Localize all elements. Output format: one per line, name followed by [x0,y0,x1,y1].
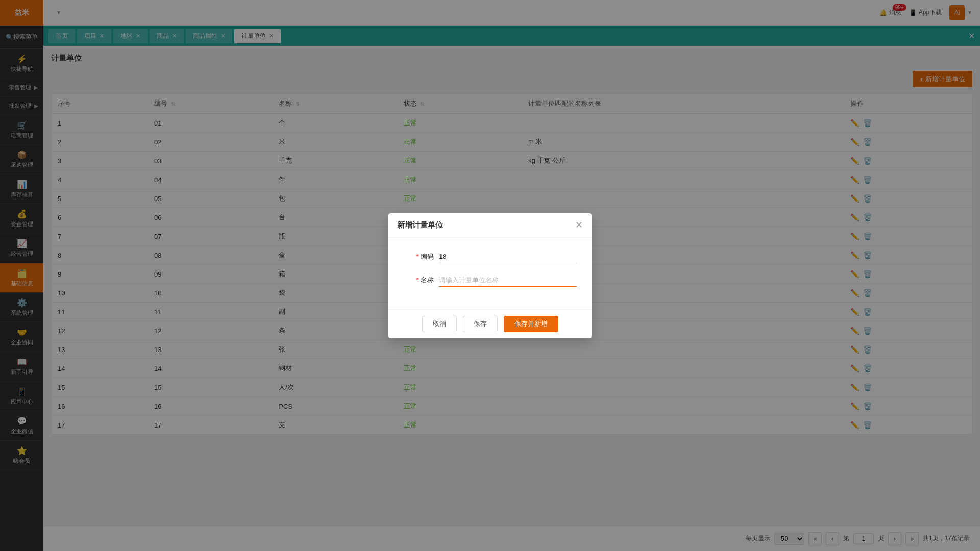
name-label: * 名称 [403,276,434,285]
save-and-new-button[interactable]: 保存并新增 [504,316,558,332]
name-label-text: 名称 [421,276,434,284]
required-mark: * [416,276,419,284]
name-form-row: * 名称 [403,273,577,287]
code-input[interactable] [439,250,577,263]
required-mark: * [416,253,419,260]
modal-overlay: 新增计量单位 ✕ * 编码 * 名称 取消 保存 保存并新增 [0,0,980,551]
cancel-button[interactable]: 取消 [422,316,457,332]
name-input[interactable] [439,273,577,287]
modal-title: 新增计量单位 [397,220,443,230]
modal-header: 新增计量单位 ✕ [388,213,592,238]
modal-body: * 编码 * 名称 [388,238,592,309]
modal-footer: 取消 保存 保存并新增 [388,309,592,338]
add-unit-modal: 新增计量单位 ✕ * 编码 * 名称 取消 保存 保存并新增 [388,213,592,338]
code-form-row: * 编码 [403,250,577,263]
save-button[interactable]: 保存 [463,316,498,332]
code-label: * 编码 [403,252,434,261]
modal-close-button[interactable]: ✕ [575,220,583,230]
code-label-text: 编码 [421,253,434,260]
